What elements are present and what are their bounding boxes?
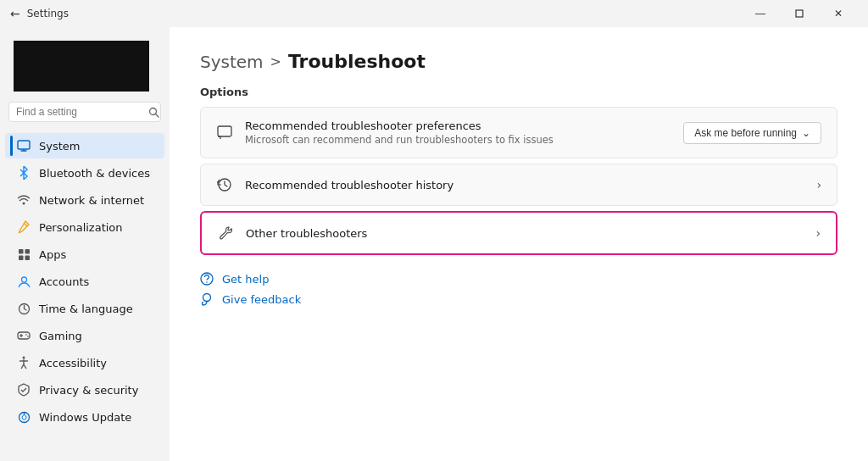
option-left-2: Recommended troubleshooter history [216,176,453,193]
apps-icon [17,247,31,261]
sidebar-item-gaming[interactable]: Gaming [5,323,164,348]
search-input[interactable] [16,106,143,118]
svg-point-18 [27,336,29,337]
section-label: Options [200,86,837,98]
sidebar-item-network[interactable]: Network & internet [5,187,164,213]
sidebar-item-apps[interactable]: Apps [5,242,164,267]
title-bar-left: ← Settings [10,7,69,20]
svg-line-23 [24,364,26,369]
breadcrumb-parent[interactable]: System [200,52,264,72]
search-box[interactable] [8,102,161,122]
option-other-troubleshooters[interactable]: Other troubleshooters › [200,211,837,255]
option-recommended-history[interactable]: Recommended troubleshooter history › [200,164,837,206]
sidebar-item-system-label: System [39,140,80,153]
sidebar-item-privacy[interactable]: Privacy & security [5,377,164,403]
help-icon [200,272,214,286]
option-subtitle-1: Microsoft can recommend and run troubles… [245,134,554,146]
svg-rect-3 [18,141,30,149]
option-left: Recommended troubleshooter preferences M… [216,119,554,146]
svg-point-6 [23,203,25,205]
option-title-2: Recommended troubleshooter history [245,179,453,192]
sidebar-item-personalization[interactable]: Personalization [5,214,164,240]
app-logo [14,41,149,92]
svg-line-7 [24,223,27,226]
maximize-button[interactable] [780,0,819,27]
svg-point-12 [21,277,26,282]
svg-point-17 [25,334,27,336]
breadcrumb-current: Troubleshoot [288,51,426,72]
windowsupdate-icon [17,410,31,424]
option-left-3: Other troubleshooters [217,225,367,242]
option-text-2: Recommended troubleshooter history [245,179,453,192]
dropdown-label: Ask me before running [694,127,797,139]
search-icon [148,107,159,118]
sidebar-item-windowsupdate-label: Windows Update [39,411,131,424]
give-feedback-label: Give feedback [222,293,301,306]
sidebar-item-network-label: Network & internet [39,194,144,207]
option-right-1: Ask me before running ⌄ [683,122,821,144]
network-icon [17,193,31,207]
sidebar-item-accessibility[interactable]: Accessibility [5,350,164,375]
back-button[interactable]: ← [10,7,20,20]
system-icon [17,139,31,153]
sidebar-item-accessibility-label: Accessibility [39,357,107,369]
svg-line-2 [156,114,159,117]
breadcrumb: System > Troubleshoot [200,51,837,72]
svg-rect-8 [19,249,24,254]
sidebar-item-time-label: Time & language [39,303,133,315]
svg-rect-9 [25,249,30,254]
sidebar-item-bluetooth-label: Bluetooth & devices [39,167,150,180]
history-icon [216,176,233,193]
option-text-3: Other troubleshooters [246,227,367,240]
chat-icon [216,125,233,142]
chevron-right-icon-1: › [816,178,821,192]
accessibility-icon [17,356,31,369]
breadcrumb-separator: > [270,53,281,69]
sidebar-item-accounts[interactable]: Accounts [5,269,164,294]
app-body: System Bluetooth & devices Network & int… [0,27,868,461]
sidebar-item-windowsupdate[interactable]: Windows Update [5,404,164,430]
option-right-3: › [815,226,821,240]
close-button[interactable]: ✕ [819,0,858,27]
brush-icon [17,220,31,234]
feedback-icon [200,292,214,306]
wrench-icon [217,225,234,242]
bluetooth-icon [17,166,31,180]
sidebar-item-accounts-label: Accounts [39,275,89,288]
title-bar-controls: — ✕ [741,0,858,27]
svg-point-19 [23,357,25,359]
sidebar-item-bluetooth[interactable]: Bluetooth & devices [5,160,164,186]
content-area: System > Troubleshoot Options Recommende… [170,27,868,461]
sidebar: System Bluetooth & devices Network & int… [0,27,170,461]
svg-point-29 [206,281,208,283]
option-right-2: › [816,178,821,192]
svg-rect-10 [19,255,24,260]
svg-point-30 [203,294,211,302]
time-icon [17,302,31,315]
option-text: Recommended troubleshooter preferences M… [245,119,554,146]
sidebar-item-personalization-label: Personalization [39,221,123,234]
ask-me-dropdown[interactable]: Ask me before running ⌄ [683,122,821,144]
svg-line-22 [21,364,24,369]
svg-rect-11 [25,255,30,260]
accounts-icon [17,275,31,288]
title-bar: ← Settings — ✕ [0,0,868,27]
sidebar-item-gaming-label: Gaming [39,330,82,342]
chevron-right-icon-2: › [815,226,821,240]
sidebar-item-system[interactable]: System [5,133,164,158]
get-help-link[interactable]: Get help [200,272,837,286]
option-recommended-prefs[interactable]: Recommended troubleshooter preferences M… [200,107,837,158]
svg-rect-26 [218,126,231,136]
give-feedback-link[interactable]: Give feedback [200,292,837,306]
chevron-down-icon: ⌄ [802,127,810,139]
window-title: Settings [27,8,69,19]
sidebar-item-time[interactable]: Time & language [5,296,164,321]
sidebar-item-apps-label: Apps [39,248,66,261]
svg-rect-0 [796,10,803,17]
minimize-button[interactable]: — [741,0,780,27]
privacy-icon [17,383,31,397]
sidebar-item-privacy-label: Privacy & security [39,384,138,397]
option-title-1: Recommended troubleshooter preferences [245,119,554,132]
gaming-icon [17,329,31,342]
option-title-3: Other troubleshooters [246,227,367,240]
